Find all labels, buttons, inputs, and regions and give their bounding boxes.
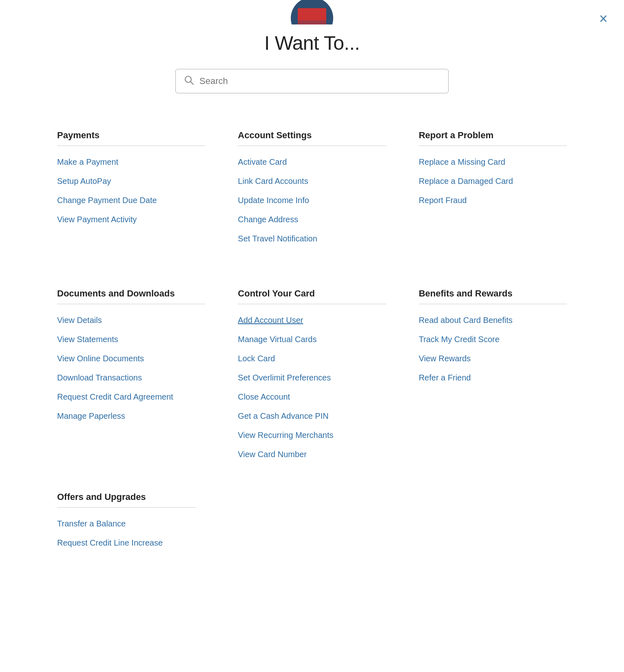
main-content-grid-row2: Documents and Downloads View Details Vie… (0, 276, 624, 480)
set-overlimit-preferences-link[interactable]: Set Overlimit Preferences (238, 369, 386, 387)
search-box (175, 69, 449, 93)
download-transactions-link[interactable]: Download Transactions (57, 369, 205, 387)
view-rewards-link[interactable]: View Rewards (419, 350, 567, 367)
report-problem-section: Report a Problem Replace a Missing Card … (403, 118, 583, 264)
view-details-link[interactable]: View Details (57, 312, 205, 329)
add-account-user-link[interactable]: Add Account User (238, 312, 386, 329)
search-input[interactable] (199, 76, 440, 86)
control-card-links: Add Account User Manage Virtual Cards Lo… (238, 312, 386, 463)
view-statements-link[interactable]: View Statements (57, 331, 205, 348)
close-account-link[interactable]: Close Account (238, 388, 386, 406)
view-recurring-merchants-link[interactable]: View Recurring Merchants (238, 427, 386, 444)
benefits-rewards-links: Read about Card Benefits Track My Credit… (419, 312, 567, 387)
documents-downloads-section: Documents and Downloads View Details Vie… (41, 276, 221, 480)
page-title: I Want To... (264, 32, 360, 54)
refer-friend-link[interactable]: Refer a Friend (419, 369, 567, 387)
get-cash-advance-pin-link[interactable]: Get a Cash Advance PIN (238, 407, 386, 425)
offers-upgrades-links: Transfer a Balance Request Credit Line I… (57, 515, 196, 552)
report-problem-title: Report a Problem (419, 130, 567, 146)
read-card-benefits-link[interactable]: Read about Card Benefits (419, 312, 567, 329)
avatar (290, 0, 334, 24)
link-card-accounts-link[interactable]: Link Card Accounts (238, 172, 386, 190)
account-settings-title: Account Settings (238, 130, 386, 146)
documents-downloads-links: View Details View Statements View Online… (57, 312, 205, 425)
manage-paperless-link[interactable]: Manage Paperless (57, 407, 205, 425)
set-travel-notification-link[interactable]: Set Travel Notification (238, 230, 386, 248)
report-fraud-link[interactable]: Report Fraud (419, 192, 567, 209)
transfer-balance-link[interactable]: Transfer a Balance (57, 515, 196, 533)
change-address-link[interactable]: Change Address (238, 211, 386, 228)
svg-rect-2 (298, 18, 326, 24)
main-content-grid: Payments Make a Payment Setup AutoPay Ch… (0, 118, 624, 264)
track-credit-score-link[interactable]: Track My Credit Score (419, 331, 567, 348)
svg-line-4 (191, 82, 194, 85)
view-card-number-link[interactable]: View Card Number (238, 446, 386, 463)
replace-damaged-card-link[interactable]: Replace a Damaged Card (419, 172, 567, 190)
payments-section: Payments Make a Payment Setup AutoPay Ch… (41, 118, 221, 264)
offers-upgrades-section: Offers and Upgrades Transfer a Balance R… (0, 480, 624, 568)
request-credit-card-agreement-link[interactable]: Request Credit Card Agreement (57, 388, 205, 406)
benefits-rewards-section: Benefits and Rewards Read about Card Ben… (403, 276, 583, 480)
offers-upgrades-title: Offers and Upgrades (57, 492, 196, 508)
activate-card-link[interactable]: Activate Card (238, 153, 386, 171)
view-payment-activity-link[interactable]: View Payment Activity (57, 211, 205, 228)
report-problem-links: Replace a Missing Card Replace a Damaged… (419, 153, 567, 209)
account-settings-section: Account Settings Activate Card Link Card… (221, 118, 402, 264)
make-payment-link[interactable]: Make a Payment (57, 153, 205, 171)
setup-autopay-link[interactable]: Setup AutoPay (57, 172, 205, 190)
request-credit-line-increase-link[interactable]: Request Credit Line Increase (57, 534, 196, 552)
manage-virtual-cards-link[interactable]: Manage Virtual Cards (238, 331, 386, 348)
replace-missing-card-link[interactable]: Replace a Missing Card (419, 153, 567, 171)
account-settings-links: Activate Card Link Card Accounts Update … (238, 153, 386, 248)
change-payment-due-date-link[interactable]: Change Payment Due Date (57, 192, 205, 209)
payments-links: Make a Payment Setup AutoPay Change Paym… (57, 153, 205, 228)
control-card-section: Control Your Card Add Account User Manag… (221, 276, 402, 480)
close-button[interactable]: × (599, 11, 608, 26)
update-income-info-link[interactable]: Update Income Info (238, 192, 386, 209)
documents-downloads-title: Documents and Downloads (57, 288, 205, 304)
control-card-title: Control Your Card (238, 288, 386, 304)
search-container (175, 69, 449, 93)
view-online-documents-link[interactable]: View Online Documents (57, 350, 205, 367)
lock-card-link[interactable]: Lock Card (238, 350, 386, 367)
payments-title: Payments (57, 130, 205, 146)
benefits-rewards-title: Benefits and Rewards (419, 288, 567, 304)
header-section: I Want To... (0, 0, 624, 118)
modal-container: × I Want To... (0, 0, 624, 672)
search-icon (184, 75, 194, 87)
